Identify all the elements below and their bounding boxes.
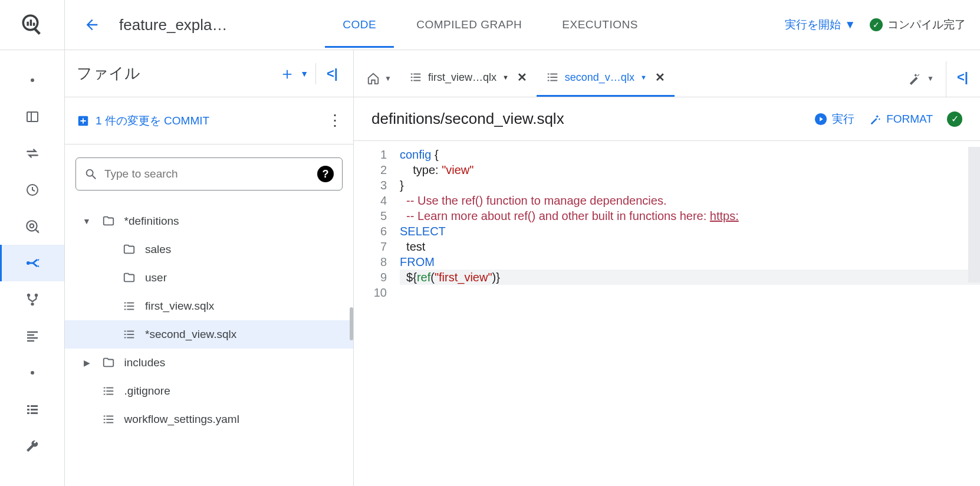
folder-icon [100, 356, 117, 369]
svg-rect-50 [413, 77, 420, 78]
rail-item-wrench[interactable] [0, 428, 64, 464]
svg-point-9 [29, 224, 34, 228]
header-tab-code[interactable]: CODE [325, 2, 394, 48]
svg-rect-17 [31, 409, 38, 411]
svg-rect-58 [550, 80, 557, 81]
new-file-button[interactable]: ＋ ▼ [279, 63, 308, 85]
svg-rect-47 [411, 74, 413, 75]
magic-tools-button[interactable]: ▼ [905, 65, 938, 97]
search-box[interactable]: ? [75, 157, 343, 191]
wand-icon [869, 113, 882, 126]
svg-rect-15 [31, 405, 38, 407]
home-icon [367, 72, 380, 85]
file-icon [120, 300, 138, 313]
svg-rect-16 [27, 409, 29, 411]
tree-label: includes [124, 356, 166, 369]
start-execution-button[interactable]: 実行を開始 ▼ [785, 17, 856, 32]
tree-file-first_view-sqlx[interactable]: first_view.sqlx [65, 292, 353, 320]
dot-icon [31, 78, 34, 82]
editor-tab[interactable]: second_v…qlx ▼✕ [537, 61, 675, 97]
play-circle-icon [814, 113, 827, 126]
files-title: ファイル [77, 63, 272, 84]
rail-item-dot[interactable] [0, 62, 64, 98]
tree-scrollbar-thumb[interactable] [350, 307, 353, 340]
files-panel: ファイル ＋ ▼ <| 1 件の変更を COMMIT ⋮ [65, 50, 354, 486]
editor-tab-label: first_view…qlx [428, 71, 496, 84]
close-tab-button[interactable]: ✕ [653, 70, 665, 84]
rail-item-dot[interactable] [0, 354, 64, 391]
editor-tab[interactable]: first_view…qlx ▼✕ [400, 61, 537, 97]
svg-rect-35 [103, 388, 105, 389]
svg-rect-37 [103, 390, 105, 392]
svg-rect-29 [124, 331, 126, 332]
arrow-left-icon [84, 17, 100, 33]
rail-item-merge[interactable] [0, 281, 64, 318]
rail-item-history[interactable] [0, 172, 64, 208]
files-menu-button[interactable]: ⋮ [327, 111, 341, 130]
svg-rect-45 [103, 422, 105, 423]
tree-folder-sales[interactable]: sales [65, 235, 353, 264]
svg-rect-31 [124, 334, 126, 335]
format-button[interactable]: FORMAT [869, 113, 933, 126]
home-button[interactable]: ▼ [361, 65, 397, 97]
caret-down-icon: ▼ [640, 74, 647, 81]
swap-icon [25, 146, 40, 161]
header-tab-compiled-graph[interactable]: COMPILED GRAPH [399, 2, 540, 48]
caret-down-icon: ▼ [502, 74, 509, 81]
app-logo[interactable] [0, 0, 64, 50]
help-icon[interactable]: ? [317, 166, 334, 182]
line-gutter: 12345678910 [354, 141, 396, 486]
rail-item-target[interactable] [0, 208, 64, 245]
compile-status-label: コンパイル完了 [887, 17, 966, 32]
status-ok-icon: ✓ [947, 111, 962, 127]
svg-rect-19 [31, 412, 38, 414]
editor-tab-label: second_v…qlx [565, 71, 634, 84]
svg-rect-23 [124, 303, 126, 304]
file-icon [546, 71, 559, 84]
svg-rect-5 [27, 112, 38, 121]
rail-item-list[interactable] [0, 391, 64, 428]
svg-rect-32 [127, 334, 134, 335]
svg-rect-1 [27, 22, 29, 26]
rail-item-swap[interactable] [0, 135, 64, 172]
list-icon [25, 402, 40, 416]
svg-rect-30 [127, 331, 134, 332]
tree-file--gitignore[interactable]: .gitignore [65, 377, 353, 405]
rail-item-branch[interactable] [0, 245, 64, 281]
tree-file-workflow_settings-yaml[interactable]: workflow_settings.yaml [65, 405, 353, 434]
run-button[interactable]: 実行 [814, 111, 854, 127]
file-icon [409, 71, 422, 84]
search-input[interactable] [104, 168, 310, 180]
expand-arrow-icon: ▶ [80, 358, 93, 367]
tree-folder-user[interactable]: user [65, 264, 353, 292]
tree-file--second_view-sqlx[interactable]: *second_view.sqlx [65, 320, 353, 349]
caret-down-icon: ▼ [384, 74, 392, 83]
rail-item-format[interactable] [0, 318, 64, 354]
code-editor[interactable]: 12345678910 config { type: "view"} -- Us… [354, 141, 980, 486]
format-label: FORMAT [886, 113, 933, 126]
commit-button[interactable]: 1 件の変更を COMMIT [77, 113, 209, 129]
caret-down-icon: ▼ [927, 74, 934, 83]
bigquery-icon [20, 12, 45, 37]
close-tab-button[interactable]: ✕ [515, 70, 527, 84]
back-button[interactable] [79, 12, 105, 38]
caret-down-icon: ▼ [300, 69, 308, 78]
folder-icon [120, 271, 138, 284]
svg-rect-14 [27, 405, 29, 407]
svg-rect-28 [127, 309, 134, 310]
tree-folder--definitions[interactable]: ▼ *definitions [65, 207, 353, 235]
minimap[interactable] [968, 147, 980, 283]
svg-rect-25 [124, 306, 126, 307]
wrench-icon [25, 439, 40, 453]
rail-item-panel[interactable] [0, 98, 64, 135]
code-lines[interactable]: config { type: "view"} -- Use the ref() … [396, 141, 980, 486]
tree-label: first_view.sqlx [145, 300, 214, 313]
collapse-files-button[interactable]: <| [323, 64, 341, 84]
svg-rect-18 [27, 412, 29, 414]
svg-rect-53 [548, 74, 550, 75]
tree-folder-includes[interactable]: ▶ includes [65, 349, 353, 377]
history-icon [25, 183, 40, 197]
header-tab-executions[interactable]: EXECUTIONS [544, 2, 656, 48]
tree-label: *second_view.sqlx [145, 328, 236, 341]
collapse-editor-button[interactable]: <| [946, 61, 968, 97]
